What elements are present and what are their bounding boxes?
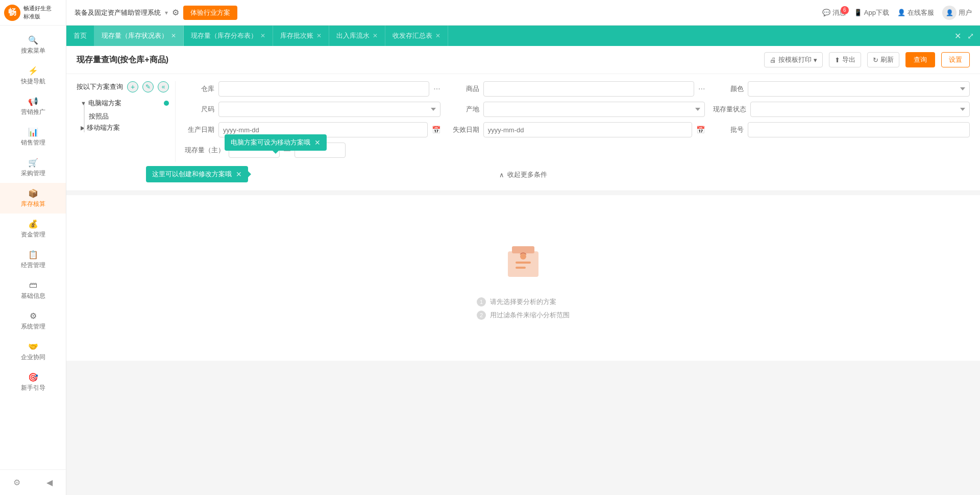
desktop-scheme-label: 电脑端方案	[88, 99, 121, 108]
finance-icon: 💰	[28, 219, 38, 229]
sales-icon: 📊	[28, 127, 38, 137]
notification-badge: 6	[841, 6, 849, 14]
mobile-scheme-label: 移动端方案	[87, 123, 120, 132]
tab-inventory-status[interactable]: 现存量（库存状况表） ✕	[94, 26, 184, 46]
color-label: 颜色	[713, 84, 744, 93]
edit-scheme-btn[interactable]: ✎	[142, 81, 154, 92]
warehouse-input[interactable]	[218, 81, 429, 97]
goods-dots[interactable]: ···	[698, 84, 705, 93]
tab-inout-flow[interactable]: 出入库流水 ✕	[329, 26, 385, 46]
sidebar-item-quick-nav[interactable]: ⚡ 快捷导航	[0, 60, 66, 91]
setup-btn[interactable]: 设置	[941, 52, 970, 67]
search-menu-icon: 🔍	[28, 35, 38, 45]
filter-size: 尺码	[184, 102, 440, 117]
add-scheme-btn[interactable]: +	[127, 81, 138, 92]
template-print-btn[interactable]: 🖨 按模板打印 ▾	[764, 52, 823, 67]
origin-select[interactable]	[483, 102, 705, 117]
expiry-date-input[interactable]	[483, 122, 693, 137]
svg-point-4	[520, 253, 526, 260]
user-action[interactable]: 👤 用户	[942, 6, 972, 20]
empty-tip-2: 2 用过滤条件来缩小分析范围	[477, 311, 570, 320]
operation-icon: 📋	[28, 249, 38, 260]
tab-home[interactable]: 首页	[66, 26, 94, 46]
color-select[interactable]	[748, 81, 970, 97]
filter-section: 电脑方案可设为移动方案哦 ✕ 这里可以创建和修改方案哦 ✕ 按以下方案查询 + …	[66, 74, 980, 191]
sidebar-collapse-btn[interactable]: ◀	[44, 475, 55, 490]
goods-input[interactable]	[483, 81, 694, 97]
guide-icon: 🎯	[28, 372, 38, 382]
logo-icon: 畅	[4, 5, 20, 21]
close-all-tabs-btn[interactable]: ✕	[952, 29, 963, 43]
tip-text-2: 用过滤条件来缩小分析范围	[490, 311, 570, 320]
notification-icon: 💬	[822, 9, 830, 16]
batch-no-input[interactable]	[748, 122, 970, 137]
sidebar-item-inventory[interactable]: 📦 库存核算	[0, 183, 66, 214]
online-support-action[interactable]: 👤 在线客服	[897, 8, 934, 17]
qty-main-label: 现存量（主）	[184, 146, 225, 155]
sidebar-item-basic[interactable]: 🗃 基础信息	[0, 275, 66, 305]
sidebar-item-search[interactable]: 🔍 搜索菜单	[0, 30, 66, 60]
size-select[interactable]	[218, 102, 440, 117]
app-download-label: App下载	[864, 8, 889, 17]
user-label: 用户	[959, 8, 972, 17]
online-support-label: 在线客服	[908, 8, 934, 17]
tab-close-batch[interactable]: ✕	[316, 32, 322, 39]
filter-batch-no: 批号	[713, 122, 970, 137]
tab-close-inout[interactable]: ✕	[373, 32, 378, 39]
tip-text-1: 请先选择要分析的方案	[490, 297, 556, 307]
tab-close-inventory-dist[interactable]: ✕	[260, 32, 265, 39]
filter-color: 颜色	[713, 81, 970, 97]
scheme-item-按照品[interactable]: 按照品	[89, 112, 169, 121]
tab-recv-summary[interactable]: 收发存汇总表 ✕	[385, 26, 448, 46]
sidebar-item-purchase[interactable]: 🛒 采购管理	[0, 152, 66, 183]
arrow-left-btn[interactable]: «	[158, 81, 169, 92]
batch-no-label: 批号	[713, 125, 744, 134]
tab-inventory-dist[interactable]: 现存量（库存分布表） ✕	[184, 26, 273, 46]
stock-status-select[interactable]	[750, 102, 970, 117]
notification-action[interactable]: 💬 消息 6	[822, 8, 846, 17]
left-scheme-panel: 按以下方案查询 + ✎ « ▼ 电脑端方案	[77, 81, 176, 162]
tooltip2-close[interactable]: ✕	[236, 170, 242, 178]
sidebar-item-marketing[interactable]: 📢 营销推广	[0, 91, 66, 122]
empty-state: 1 请先选择要分析的方案 2 用过滤条件来缩小分析范围	[66, 195, 980, 361]
tooltip1-close[interactable]: ✕	[314, 138, 321, 147]
filter-main-layout: 按以下方案查询 + ✎ « ▼ 电脑端方案	[77, 81, 970, 162]
expiry-date-label: 失效日期	[449, 125, 479, 134]
app-download-action[interactable]: 📱 App下载	[854, 8, 889, 17]
maximize-btn[interactable]: ⤢	[965, 29, 976, 43]
empty-illustration	[498, 236, 549, 287]
enterprise-icon: 🤝	[28, 341, 38, 351]
filter-row2: 尺码 产地 现存量状态	[184, 102, 970, 117]
tab-batch-account[interactable]: 库存批次账 ✕	[273, 26, 329, 46]
sidebar-settings-btn[interactable]: ⚙	[11, 475, 23, 490]
sidebar-item-operation[interactable]: 📋 经营管理	[0, 244, 66, 275]
expiry-date-calendar-icon[interactable]: 📅	[696, 126, 705, 134]
export-btn[interactable]: ⬆ 导出	[829, 52, 861, 67]
tab-close-inventory-status[interactable]: ✕	[171, 32, 176, 39]
refresh-icon: ↻	[873, 56, 878, 64]
sidebar-item-system[interactable]: ⚙ 系统管理	[0, 305, 66, 336]
filter-stock-status: 现存量状态	[713, 102, 970, 117]
sidebar-item-enterprise[interactable]: 🤝 企业协同	[0, 336, 66, 367]
refresh-btn[interactable]: ↻ 刷新	[867, 52, 899, 67]
content-area: 现存量查询(按仓库+商品) 🖨 按模板打印 ▾ ⬆ 导出 ↻ 刷新 查询 设置	[66, 46, 980, 495]
system-dropdown-icon[interactable]: ▾	[165, 9, 168, 16]
warehouse-dots[interactable]: ···	[433, 84, 440, 93]
tab-bar: 首页 现存量（库存状况表） ✕ 现存量（库存分布表） ✕ 库存批次账 ✕ 出入库…	[66, 26, 980, 46]
tab-close-recv[interactable]: ✕	[435, 32, 440, 39]
quick-nav-icon: ⚡	[28, 65, 38, 76]
query-btn[interactable]: 查询	[905, 52, 935, 67]
filter-row1: 仓库 ··· 商品 ··· 颜色	[184, 81, 970, 97]
tab-bar-actions: ✕ ⤢	[952, 29, 980, 43]
prod-date-calendar-icon[interactable]: 📅	[432, 126, 440, 134]
scheme-desktop-row[interactable]: ▼ 电脑端方案	[81, 99, 169, 108]
sidebar-item-sales[interactable]: 📊 销售管理	[0, 122, 66, 152]
experience-btn[interactable]: 体验行业方案	[183, 6, 237, 20]
sidebar-item-guide[interactable]: 🎯 新手引导	[0, 367, 66, 397]
filter-origin: 产地	[449, 102, 705, 117]
sidebar-item-finance[interactable]: 💰 资金管理	[0, 214, 66, 244]
header-settings-icon[interactable]: ⚙	[172, 8, 179, 17]
scheme-mobile-row[interactable]: ▶ 移动端方案	[81, 123, 169, 132]
print-icon: 🖨	[770, 56, 776, 64]
tooltip2-text: 这里可以创建和修改方案哦	[152, 170, 232, 179]
